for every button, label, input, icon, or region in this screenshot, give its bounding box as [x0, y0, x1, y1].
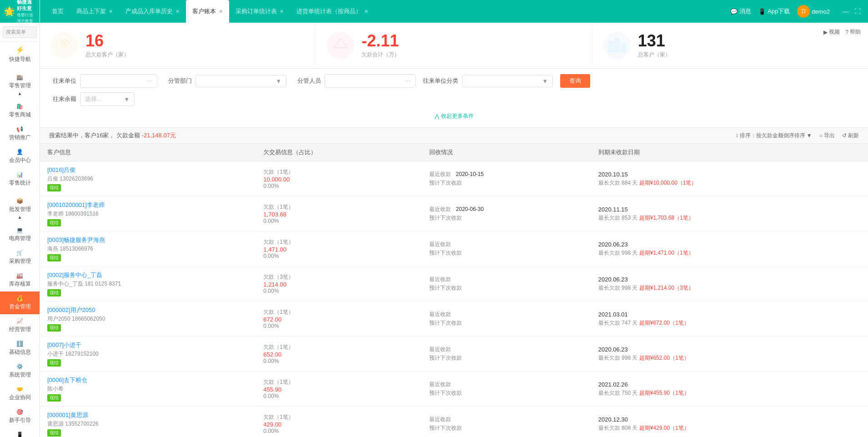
sidebar-item-retail-stats[interactable]: 📊 零售统计 — [0, 168, 40, 191]
sidebar-item-app-center[interactable]: 📱 应用中心 — [0, 428, 40, 437]
sidebar-item-retail-mall[interactable]: 🛍️ 零售商城 — [0, 100, 40, 122]
tab-inbound-stats[interactable]: 进货单统计表（按商品） ✕ — [290, 0, 375, 23]
tab-customer-account[interactable]: 客户账本 ✕ — [186, 0, 229, 23]
logo-icon: 🌟 — [4, 6, 15, 17]
member-icon: 👤 — [16, 149, 23, 155]
filter-select-unit-category[interactable]: ▼ — [462, 75, 553, 87]
tab-close-customer-account[interactable]: ✕ — [219, 9, 223, 15]
cell-debt-5: 欠款（1笔） 652.00 0.00% — [256, 337, 422, 372]
col-customer-info: 客户信息 — [40, 144, 256, 161]
tab-close-product-shelf[interactable]: ✕ — [109, 9, 113, 15]
tab-close-inbound-stats[interactable]: ✕ — [364, 9, 368, 15]
filter-row-2: 往来余额 选择... ▼ — [49, 92, 859, 106]
cell-overdue-6: 2021.02.26 最长欠款 750 天 超期¥455.90（1笔） — [591, 372, 868, 407]
filter-select-dept[interactable]: ▼ — [196, 75, 286, 87]
overdue-date-0: 2020.10.15 — [598, 171, 861, 178]
customer-tag-3: 现结 — [47, 289, 61, 296]
sidebar-item-system[interactable]: ⚙️ 系统管理 — [0, 360, 40, 382]
sidebar-item-enterprise[interactable]: 🤝 企业协同 — [0, 382, 40, 405]
tab-close-product-history[interactable]: ✕ — [176, 9, 180, 15]
maximize-btn[interactable]: ⛶ — [853, 7, 863, 16]
cell-overdue-4: 2021.03.01 最长欠款 747 天 超期¥672.00（1笔） — [591, 301, 868, 337]
customer-name-1[interactable]: [00010200001]李老师 — [47, 201, 249, 209]
recent-label-3: 最近收款 — [429, 276, 451, 282]
sidebar-item-newbie[interactable]: 🎯 新手引导 — [0, 405, 40, 428]
sidebar-item-basic[interactable]: ℹ️ 基础信息 — [0, 337, 40, 360]
sort-arrow-icon: ▼ — [807, 132, 812, 139]
customer-name-2[interactable]: [0003]畅捷服务尹海燕 — [47, 236, 249, 244]
debt-percent-6: 0.00% — [263, 393, 415, 399]
retail-stats-icon: 📊 — [16, 171, 23, 178]
sidebar-item-ecom[interactable]: 💻 电商管理 — [0, 223, 40, 246]
filter-source-unit: 往来单位 ··· — [49, 74, 157, 88]
sidebar-item-quick-nav[interactable]: ⚡ 快捷导航 — [0, 42, 40, 67]
stat-value-debt: -2.11 — [361, 33, 400, 49]
basic-icon: ℹ️ — [16, 341, 23, 347]
next-label-2: 预计下次收款 — [429, 249, 583, 257]
customer-name-3[interactable]: [0002]服务中心_丁磊 — [47, 271, 249, 279]
tab-product-shelf[interactable]: 商品上下架 ✕ — [70, 0, 119, 23]
tab-purchase-stats[interactable]: 采购订单统计表 ✕ — [229, 0, 290, 23]
capital-icon: 💰 — [16, 295, 23, 301]
collapse-filter-btn[interactable]: ⋀ 收起更多条件 — [49, 111, 859, 122]
sort-select[interactable]: ↕ 排序：按欠款金额倒序排序 ▼ — [736, 132, 812, 140]
query-button[interactable]: 查询 — [560, 74, 590, 88]
next-label-4: 预计下次收款 — [429, 319, 583, 327]
filter-input-source-unit[interactable]: ··· — [80, 74, 157, 88]
filter-select-balance[interactable]: 选择... ▼ — [80, 92, 135, 106]
sidebar-item-inventory[interactable]: 🏭 库存核算 — [0, 269, 40, 291]
sidebar-item-batch-mgmt[interactable]: 📦 批发管理 ▲ — [0, 194, 40, 223]
filter-row-1: 往来单位 ··· 分管部门 ▼ 分管人员 — [49, 74, 859, 88]
col-recovery: 回收情况 — [422, 144, 591, 161]
overdue-date-7: 2020.12.30 — [598, 416, 861, 423]
stat-icon-debt: ◇ — [327, 32, 354, 59]
overdue-days-3: 最长欠款 998 天 超期¥1,214.00（3笔） — [598, 284, 861, 292]
help-btn[interactable]: ? 帮助 — [845, 28, 861, 36]
cell-customer-0: [0016]吕俊 吕俊 13026203696 现结 — [40, 161, 256, 196]
logo-area: 🌟 畅捷通好生意 母婴行业演示账套 — [0, 0, 40, 23]
tab-product-history[interactable]: 产成品入库单历史 ✕ — [119, 0, 186, 23]
cell-overdue-1: 2020.11.15 最长欠款 853 天 超期¥1,703.68（1笔） — [591, 196, 868, 231]
debt-amount-2: 1,471.00 — [263, 246, 415, 253]
debt-count-4: 欠款（1笔） — [263, 308, 415, 316]
stat-label-debt: 欠款合计（万） — [361, 51, 400, 59]
customer-name-6[interactable]: [0006]去下粮仓 — [47, 376, 249, 384]
overdue-days-7: 最长欠款 808 天 超期¥429.00（1笔） — [598, 424, 861, 432]
sidebar-item-ops[interactable]: 📈 经营管理 — [0, 314, 40, 337]
filter-input-person[interactable]: ··· — [325, 74, 416, 88]
tab-home[interactable]: 首页 — [45, 0, 70, 23]
enterprise-icon: 🤝 — [16, 386, 23, 392]
window-controls: — ⛶ — [841, 7, 863, 16]
overdue-days-4: 最长欠款 747 天 超期¥672.00（1笔） — [598, 319, 861, 327]
customer-sub-5: 小进干 18279152100 — [47, 350, 249, 358]
results-amount: -21,148.07元 — [142, 132, 176, 139]
sidebar-item-capital[interactable]: 💰 资金管理 — [0, 291, 40, 314]
customer-tag-6: 现结 — [47, 394, 61, 402]
search-menu-button[interactable]: 搜索菜单 — [3, 26, 37, 38]
refresh-btn[interactable]: ↺ 刷新 — [842, 132, 859, 140]
tab-close-purchase-stats[interactable]: ✕ — [280, 9, 284, 15]
stat-card-debt: ◇ -2.11 欠款合计（万） — [316, 23, 592, 68]
message-icon: 💬 — [730, 8, 738, 15]
newbie-icon: 🎯 — [16, 409, 23, 415]
col-debt-info: 欠交易信息（占比） — [256, 144, 422, 161]
minimize-btn[interactable]: — — [841, 7, 851, 16]
user-area[interactable]: D demo2 — [797, 5, 830, 18]
sidebar-item-member[interactable]: 👤 会员中心 — [0, 145, 40, 168]
customer-name-4[interactable]: [000002]用户2050 — [47, 306, 249, 314]
sidebar-item-marketing[interactable]: 📢 营销推广 — [0, 122, 40, 145]
cell-recovery-1: 最近收款 2020-06-30 预计下次收款 — [422, 196, 591, 231]
video-btn[interactable]: ▶ 视频 — [823, 28, 840, 36]
sidebar-item-purchase[interactable]: 🛒 采购管理 — [0, 246, 40, 269]
app-download-btn[interactable]: 📱 App下载 — [758, 7, 790, 15]
customer-name-5[interactable]: [0007]小进干 — [47, 341, 249, 349]
customer-name-7[interactable]: [000001]黄思源 — [47, 411, 249, 419]
customer-name-0[interactable]: [0016]吕俊 — [47, 166, 249, 174]
message-btn[interactable]: 💬 消息 — [730, 7, 751, 15]
table-row: [0006]去下粮仓 陈小希 现结 欠款（1笔） 455.90 0.00% 最近… — [40, 372, 868, 407]
stat-card-customers: ¥ 16 总欠款客户（家） — [40, 23, 316, 68]
export-btn[interactable]: ○ 导出 — [819, 132, 835, 140]
data-table-wrap: 客户信息 欠交易信息（占比） 回收情况 到期未收款日期 [0016]吕俊 吕俊 … — [40, 144, 868, 437]
sidebar: 🌟 畅捷通好生意 母婴行业演示账套 搜索菜单 ⚡ 快捷导航 🏬 零售管理 ▲ 🛍… — [0, 0, 40, 437]
sidebar-item-retail-mgmt[interactable]: 🏬 零售管理 ▲ — [0, 70, 40, 100]
